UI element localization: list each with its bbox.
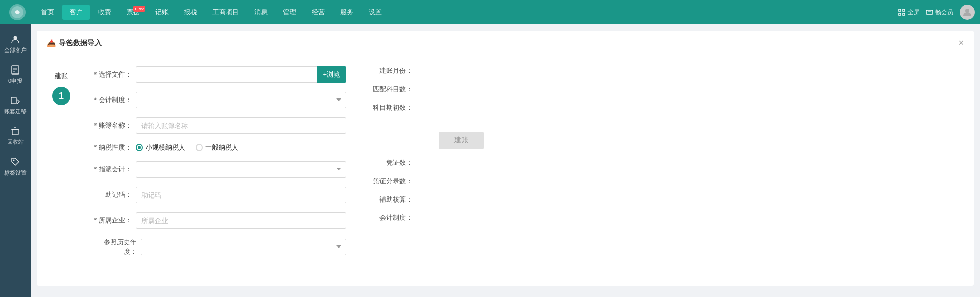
nav-item-invoice[interactable]: 票据 new: [119, 5, 147, 20]
nav-item-service[interactable]: 服务: [333, 5, 361, 20]
dialog-panel: 📥 导爸数据导入 × 建账 1 * 选择文件：: [37, 31, 974, 286]
svg-rect-4: [903, 13, 905, 15]
svg-rect-2: [903, 9, 905, 11]
nav-right: 全屏 畅会员: [898, 5, 975, 20]
member-label: 畅会员: [935, 8, 953, 17]
logo-icon: [9, 4, 26, 20]
accountant-row: * 指派会计：: [91, 161, 346, 178]
radio-general-label: 一般纳税人: [205, 143, 238, 152]
step-circle: 1: [52, 87, 70, 105]
layout: 全部客户 0申报 账套迁移 回收站 标签设置: [0, 24, 980, 297]
voucher-count-row: 凭证数：: [367, 158, 510, 167]
nav-item-settings[interactable]: 设置: [362, 5, 389, 20]
step-label: 建账: [55, 71, 68, 81]
voucher-count-label: 凭证数：: [367, 158, 413, 167]
build-account-button[interactable]: 建账: [439, 132, 484, 149]
top-nav: 首页 客户 收费 票据 new 记账 报税 工商项目 消息 管理 经营 服务 设…: [0, 0, 980, 24]
nav-item-message[interactable]: 消息: [247, 5, 275, 20]
tax-general[interactable]: 一般纳税人: [196, 143, 238, 152]
trash-icon: [10, 126, 21, 137]
memo-code-label: 助记码：: [91, 190, 132, 200]
ledger-name-label: * 账簿名称：: [91, 121, 132, 130]
radio-general-dot: [196, 144, 203, 151]
tax-type-radio-group: 小规模纳税人 一般纳税人: [136, 143, 346, 152]
memo-code-input[interactable]: [136, 187, 346, 203]
accounting-system-select[interactable]: [136, 92, 346, 108]
nav-item-operation[interactable]: 经营: [304, 5, 332, 20]
info-area: 建账月份： 匹配科目数： 科目期初数： 建账: [367, 66, 510, 265]
file-input-group: +浏览: [136, 66, 346, 83]
accountant-select[interactable]: [136, 161, 346, 178]
fullscreen-btn[interactable]: 全屏: [898, 8, 920, 17]
build-month-label: 建账月份：: [367, 66, 413, 76]
svg-rect-13: [11, 97, 16, 104]
sidebar: 全部客户 0申报 账套迁移 回收站 标签设置: [0, 24, 31, 297]
new-badge: new: [133, 6, 145, 12]
avatar[interactable]: [960, 5, 975, 20]
nav-item-customer[interactable]: 客户: [62, 5, 90, 20]
nav-item-home[interactable]: 首页: [34, 5, 61, 20]
svg-rect-14: [12, 129, 18, 135]
svg-rect-5: [926, 10, 933, 14]
nav-item-charge[interactable]: 收费: [91, 5, 118, 20]
nav-items: 首页 客户 收费 票据 new 记账 报税 工商项目 消息 管理 经营 服务 设…: [34, 5, 898, 20]
subject-initial-row: 科目期初数：: [367, 103, 510, 112]
accounting-system-info-row: 会计制度：: [367, 213, 510, 222]
sidebar-label-zero-report: 0申报: [8, 77, 22, 85]
reference-year-select[interactable]: [141, 239, 346, 255]
auxiliary-row: 辅助核算：: [367, 195, 510, 204]
nav-item-bookkeeping[interactable]: 记账: [148, 5, 176, 20]
file-label: * 选择文件：: [91, 70, 132, 79]
main-content: 📥 导爸数据导入 × 建账 1 * 选择文件：: [31, 24, 980, 297]
nav-item-business[interactable]: 工商项目: [205, 5, 246, 20]
browse-button[interactable]: +浏览: [317, 66, 346, 83]
sidebar-item-trash[interactable]: 回收站: [0, 121, 31, 150]
svg-point-8: [14, 36, 17, 40]
member-btn[interactable]: 畅会员: [926, 8, 953, 17]
svg-rect-1: [899, 9, 901, 11]
dialog-body: 建账 1 * 选择文件： +浏览 * 会计制度：: [37, 56, 974, 276]
nav-item-tax[interactable]: 报税: [177, 5, 204, 20]
subject-initial-label: 科目期初数：: [367, 103, 413, 112]
company-label: * 所属企业：: [91, 216, 132, 225]
sidebar-label-trash: 回收站: [7, 138, 24, 146]
tags-icon: [10, 156, 21, 167]
company-input[interactable]: [136, 212, 346, 229]
voucher-entries-label: 凭证分录数：: [367, 177, 413, 186]
svg-rect-3: [899, 13, 901, 15]
logo-area[interactable]: [5, 0, 30, 24]
nav-item-manage[interactable]: 管理: [276, 5, 303, 20]
sidebar-item-zero-report[interactable]: 0申报: [0, 60, 31, 89]
sidebar-item-all-customers[interactable]: 全部客户: [0, 30, 31, 58]
match-subjects-row: 匹配科目数：: [367, 85, 510, 94]
sidebar-item-migrate[interactable]: 账套迁移: [0, 91, 31, 119]
sidebar-label-migrate: 账套迁移: [4, 108, 27, 115]
dialog-header: 📥 导爸数据导入 ×: [37, 31, 974, 56]
accounting-system-info-label: 会计制度：: [367, 213, 413, 222]
file-input[interactable]: [136, 66, 317, 83]
ledger-name-input[interactable]: [136, 117, 346, 134]
file-select-row: * 选择文件： +浏览: [91, 66, 346, 83]
fullscreen-label: 全屏: [907, 8, 920, 17]
accounting-system-row: * 会计制度：: [91, 92, 346, 108]
sidebar-label-tags: 标签设置: [4, 169, 27, 177]
sidebar-label-all-customers: 全部客户: [4, 46, 27, 54]
all-customers-icon: [10, 34, 21, 45]
reference-year-row: 参照历史年度：: [91, 238, 346, 256]
close-button[interactable]: ×: [958, 38, 964, 48]
form-area: * 选择文件： +浏览 * 会计制度： * 账簿名称：: [91, 66, 346, 265]
tax-small-scale[interactable]: 小规模纳税人: [136, 143, 185, 152]
radio-small-scale-dot: [136, 144, 143, 151]
auxiliary-label: 辅助核算：: [367, 195, 413, 204]
radio-small-scale-label: 小规模纳税人: [146, 143, 185, 152]
dialog-title-text: 导爸数据导入: [59, 39, 102, 48]
tax-type-row: * 纳税性质： 小规模纳税人 一般纳税人: [91, 143, 346, 152]
reference-year-label: 参照历史年度：: [91, 238, 137, 256]
company-row: * 所属企业：: [91, 212, 346, 229]
sidebar-item-tags[interactable]: 标签设置: [0, 152, 31, 181]
match-subjects-label: 匹配科目数：: [367, 85, 413, 94]
step-section: 建账 1: [52, 66, 70, 265]
build-month-row: 建账月份：: [367, 66, 510, 76]
memo-code-row: 助记码：: [91, 187, 346, 203]
svg-point-16: [13, 160, 15, 161]
